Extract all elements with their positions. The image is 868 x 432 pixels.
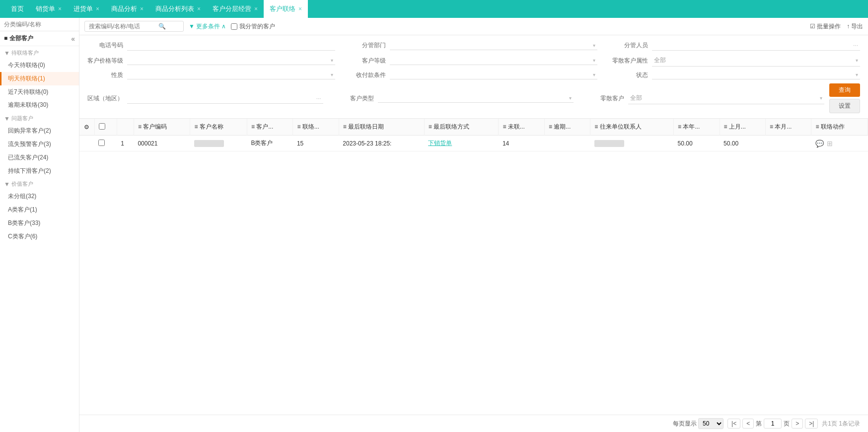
filter-dots[interactable]: ··· (652, 40, 860, 51)
export-icon: ↑ (847, 23, 850, 30)
advanced-filter: 电话号码分管部门▾分管人员···客户价格等级▾客户等级▾零散客户属性全部▾性质▾… (79, 35, 868, 119)
gear-icon[interactable]: ⚙ (84, 124, 89, 131)
filter-select[interactable]: ▾ (127, 71, 335, 79)
filter-input[interactable] (127, 40, 335, 51)
th-inner: ≡ 逾期... (549, 123, 586, 131)
close-tab-icon[interactable]: × (96, 5, 99, 12)
filter-select[interactable]: ▾ (390, 71, 598, 79)
sidebar-item[interactable]: 回购异常客户(2) (0, 124, 79, 138)
last-page-btn[interactable]: >| (805, 419, 818, 429)
filter-select[interactable]: ▾ (390, 41, 598, 50)
chevron-down-icon: ▾ (569, 95, 572, 101)
th-inner: ≡ 联络动作 (815, 123, 864, 131)
chevron-down-icon: ▾ (593, 58, 595, 63)
comment-icon[interactable]: 💬 (815, 140, 824, 147)
nav-item-首页[interactable]: 首页 (5, 0, 30, 18)
filter-action-buttons: 查询设置 (829, 83, 860, 113)
batch-operation-btn[interactable]: ☑ 批量操作 (810, 22, 841, 31)
sidebar-group-title[interactable]: ▼ 价值客户 (0, 177, 79, 190)
sidebar-item[interactable]: 未分组(32) (0, 190, 79, 203)
search-input[interactable] (89, 23, 158, 30)
dots-icon[interactable]: ··· (314, 95, 321, 102)
select-all-checkbox[interactable] (99, 123, 105, 130)
dots-icon[interactable]: ··· (851, 42, 858, 49)
sidebar-item[interactable]: A类客户(1) (0, 203, 79, 216)
filter-select[interactable]: ▾ (390, 56, 598, 65)
nav-item-进货单[interactable]: 进货单× (68, 0, 105, 18)
filter-field: 状态▾ (612, 71, 860, 79)
sidebar-search-container: 🔍 (0, 18, 79, 31)
sidebar-search-input[interactable] (4, 21, 78, 28)
close-tab-icon[interactable]: × (298, 5, 302, 12)
filter-select-labeled[interactable]: 全部▾ (652, 55, 860, 67)
last-contact-method-link[interactable]: 下销货单 (428, 140, 452, 146)
sidebar-item[interactable]: 流失预警客户(3) (0, 138, 79, 151)
set-button[interactable]: 设置 (829, 99, 860, 113)
sidebar-item[interactable]: 明天待联络(1) (0, 72, 79, 85)
filter-field: 电话号码 (87, 40, 335, 51)
unit-contact-blurred: ██████ (594, 140, 624, 147)
per-page-select[interactable]: 50 100 200 (698, 418, 723, 429)
filter-select[interactable]: ▾ (652, 71, 860, 79)
sidebar-group-title[interactable]: ▼ 待联络客户 (0, 46, 79, 59)
first-page-btn[interactable]: |< (727, 419, 740, 429)
th-inner: ≡ 客户编码 (138, 123, 186, 131)
search-icon[interactable]: 🔍 (158, 23, 166, 30)
nav-item-客户分层经营[interactable]: 客户分层经营× (207, 0, 264, 18)
filter-select[interactable]: ▾ (127, 56, 335, 65)
row-checkbox[interactable] (98, 140, 105, 146)
grid-icon[interactable]: ⊞ (827, 140, 833, 147)
sidebar-item[interactable]: B类客户(33) (0, 216, 79, 230)
nav-item-商品分析列表[interactable]: 商品分析列表× (149, 0, 207, 18)
export-btn[interactable]: ↑ 导出 (847, 22, 863, 31)
column-header-overdue: ≡ 逾期... (544, 119, 590, 136)
triangle-icon: ▼ (4, 50, 10, 57)
cell-unit_contacts: ██████ (590, 136, 674, 151)
my-customers-label: 我分管的客户 (239, 22, 275, 31)
sidebar-item[interactable]: 已流失客户(24) (0, 151, 79, 164)
export-label: 导出 (851, 22, 863, 31)
th-inner: ≡ 客户名称 (194, 123, 243, 131)
column-label: ≡ 上月... (724, 123, 746, 131)
next-page-btn[interactable]: > (792, 419, 803, 429)
collapse-icon[interactable]: « (71, 35, 75, 43)
top-navigation: 首页销货单×进货单×商品分析×商品分析列表×客户分层经营×客户联络× (0, 0, 868, 18)
nav-item-商品分析[interactable]: 商品分析× (105, 0, 149, 18)
filter-select[interactable]: ▾ (378, 94, 574, 103)
chevron-down-icon: ▾ (331, 72, 333, 77)
filter-select-labeled[interactable]: 全部▾ (628, 92, 824, 104)
sidebar-item[interactable]: C类客户(6) (0, 230, 79, 243)
all-customers-header[interactable]: ■ 全部客户 « (0, 31, 79, 46)
sidebar-group-title[interactable]: ▼ 问题客户 (0, 112, 79, 124)
query-button[interactable]: 查询 (829, 83, 860, 97)
sidebar-item[interactable]: 逾期未联络(30) (0, 98, 79, 112)
nav-item-销货单[interactable]: 销货单× (30, 0, 68, 18)
column-label: ≡ 最后联络方式 (429, 123, 469, 131)
column-header-contact_action: ≡ 联络动作 (811, 119, 868, 136)
close-tab-icon[interactable]: × (58, 5, 62, 12)
page-number-input[interactable] (764, 419, 782, 429)
sidebar-item[interactable]: 今天待联络(0) (0, 59, 79, 72)
filter-label: 状态 (612, 71, 652, 79)
more-conditions-btn[interactable]: ▼ 更多条件 ∧ (189, 22, 226, 31)
close-tab-icon[interactable]: × (254, 5, 258, 12)
close-tab-icon[interactable]: × (197, 5, 201, 12)
sidebar-item[interactable]: 近7天待联络(0) (0, 85, 79, 99)
sidebar: 🔍 ■ 全部客户 « ▼ 待联络客户今天待联络(0)明天待联络(1)近7天待联络… (0, 18, 79, 432)
nav-item-客户联络[interactable]: 客户联络× (264, 0, 308, 18)
column-header-checkbox (94, 119, 117, 136)
filter-dots[interactable]: ··· (127, 93, 323, 104)
prev-page-btn[interactable]: < (742, 419, 754, 429)
chevron-up-icon: ∧ (221, 23, 226, 30)
my-customers-checkbox[interactable] (231, 23, 237, 30)
column-header-customer_name: ≡ 客户名称 (190, 119, 247, 136)
column-header-customer_type: ≡ 客户... (247, 119, 292, 136)
close-tab-icon[interactable]: × (140, 5, 144, 12)
filter-row: 性质▾收付款条件▾状态▾ (87, 71, 860, 79)
sidebar-item[interactable]: 持续下滑客户(2) (0, 164, 79, 178)
cell-customer_code: 000021 (134, 136, 190, 151)
column-header-customer_code: ≡ 客户编码 (134, 119, 190, 136)
my-customers-checkbox-label[interactable]: 我分管的客户 (231, 22, 275, 31)
column-header-unit_contacts: ≡ 往来单位联系人 (590, 119, 674, 136)
column-label: ≡ 客户名称 (194, 123, 223, 131)
